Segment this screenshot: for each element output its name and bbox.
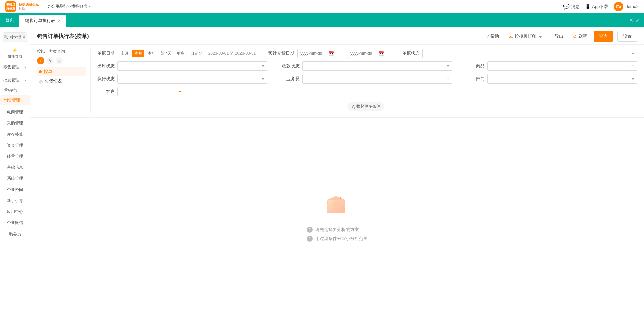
date-separator: — xyxy=(340,51,344,56)
search-menu-button[interactable]: 🔍 帮助 搜索菜单 xyxy=(3,32,27,42)
sidebar-item-shortcut[interactable]: ⚡ 快捷导航 xyxy=(0,45,30,62)
sidebar-item-ecommerce[interactable]: 电商管理 xyxy=(0,107,30,118)
query-label: 查询 xyxy=(599,33,608,39)
filter-field-order-status: 单据状态 xyxy=(399,49,637,58)
sidebar-item-operations[interactable]: 经营管理 xyxy=(0,151,30,162)
tab-home-label: 首页 xyxy=(5,17,14,23)
hint-num-2: 2 xyxy=(307,236,313,242)
sidebar-sub-marketing[interactable]: 营销推广 xyxy=(0,86,30,95)
date-tab-last7days[interactable]: 近7天 xyxy=(159,50,173,57)
help-button[interactable]: ? 帮助 xyxy=(484,32,502,41)
exec-dropdown-icon xyxy=(262,78,264,80)
template-print-button[interactable]: 🖨 按模板打印 xyxy=(506,32,544,41)
expected-date-end-input[interactable] xyxy=(350,51,377,56)
page-actions: ? 帮助 🖨 按模板打印 ↑ 导出 ↺ 刷新 查询 xyxy=(484,31,637,42)
sidebar-item-wechat[interactable]: 企业微信 xyxy=(0,217,30,228)
filter-field-date: 单据日期 上月 本月 本年 近7天 更多 自定义 2023-03-01 至 20… xyxy=(95,50,256,57)
delivery-dropdown-icon xyxy=(262,65,264,67)
filter-row-4: 客户 ··· xyxy=(95,87,637,96)
filter-row-2: 出库状态 收款状态 商品 xyxy=(95,61,637,71)
order-status-select[interactable] xyxy=(422,49,637,58)
goods-select[interactable]: ··· xyxy=(487,61,637,71)
date-tab-lastmonth[interactable]: 上月 xyxy=(119,50,131,57)
refresh-icon: ↺ xyxy=(573,34,577,39)
app-title: 畅捷送好生意 xyxy=(19,3,39,7)
sidebar-item-system[interactable]: 系统管理 xyxy=(0,173,30,184)
filter-field-exec-status: 执行状态 xyxy=(95,74,267,84)
calendar-start-icon[interactable]: 📅 xyxy=(329,51,334,56)
goods-ellipsis[interactable]: ··· xyxy=(630,63,634,69)
maximize-window-icon[interactable]: ⤢ xyxy=(635,18,640,22)
salesperson-select[interactable]: ··· xyxy=(302,74,452,84)
settings-label: 设置 xyxy=(623,33,632,39)
sidebar-item-wholesale[interactable]: 批发管理 ▴ xyxy=(0,74,30,86)
expected-date-start[interactable]: 📅 xyxy=(297,49,337,58)
sidebar-item-purchase[interactable]: 采购管理 xyxy=(0,118,30,129)
expected-date-start-input[interactable] xyxy=(300,51,327,56)
delivery-status-select[interactable] xyxy=(117,61,267,71)
collapse-button[interactable]: ⋀ 收起更多条件 xyxy=(347,102,384,111)
tab-close-icon[interactable]: × xyxy=(58,18,61,23)
app-download-button[interactable]: 📱 App下载 xyxy=(585,4,608,10)
customer-ellipsis[interactable]: ··· xyxy=(177,89,181,94)
filter-row-3: 执行状态 业务员 ··· 部门 xyxy=(95,74,637,84)
sidebar-item-finance[interactable]: 资金管理 xyxy=(0,140,30,151)
sidebar-item-appcenter[interactable]: 应用中心 xyxy=(0,206,30,217)
edit-scheme-button[interactable]: ✎ xyxy=(46,57,54,64)
chevron-up-icon-wholesale: ▴ xyxy=(25,78,26,82)
window-controls: ✕ ⤢ xyxy=(625,18,644,22)
sidebar-item-retail[interactable]: 零售管理 ▾ xyxy=(0,62,30,73)
add-scheme-button[interactable]: + xyxy=(37,57,44,64)
filter-scheme-title: 按以下方案查询 xyxy=(37,49,86,54)
tab-home[interactable]: 首页 xyxy=(0,13,19,27)
payment-status-select[interactable] xyxy=(302,61,452,71)
settings-button[interactable]: 设置 xyxy=(617,31,637,42)
calendar-end-icon[interactable]: 📅 xyxy=(379,51,384,56)
page-title: 销售订单执行表(按单) xyxy=(37,33,89,40)
filter-scheme-sidebar: 按以下方案查询 + ✎ « 按单 xyxy=(37,49,91,113)
scheme-item-按单[interactable]: 按单 xyxy=(37,67,86,76)
delivery-status-label: 出库状态 xyxy=(95,63,115,69)
refresh-button[interactable]: ↺ 刷新 xyxy=(570,32,590,41)
exec-status-select[interactable] xyxy=(117,74,267,84)
customer-select[interactable]: ··· xyxy=(117,87,184,96)
sidebar-item-member[interactable]: 畅会员 xyxy=(0,228,30,240)
sidebar-item-inventory[interactable]: 库存核算 xyxy=(0,129,30,140)
close-window-icon[interactable]: ✕ xyxy=(629,18,633,22)
filter-scheme-actions: + ✎ « xyxy=(37,57,86,64)
hint-text-2: 用过滤条件来缩小分析范围 xyxy=(315,236,368,242)
sidebar-item-newbie[interactable]: 新手引导 xyxy=(0,195,30,206)
sidebar-item-basic[interactable]: 基础信息 xyxy=(0,162,30,173)
salesperson-ellipsis[interactable]: ··· xyxy=(445,76,449,82)
salesperson-label: 业务员 xyxy=(279,76,300,82)
tab-sales-order[interactable]: 销售订单执行表 × xyxy=(19,15,66,27)
expected-date-end[interactable]: 📅 xyxy=(347,49,387,58)
dept-select[interactable] xyxy=(487,74,637,84)
collapse-label: 收起更多条件 xyxy=(356,104,380,109)
date-tab-thisyear[interactable]: 本年 xyxy=(146,50,158,57)
scheme-label-欠货情况: 欠货情况 xyxy=(45,78,62,84)
date-tab-custom[interactable]: 自定义 xyxy=(188,50,204,57)
query-button[interactable]: 查询 xyxy=(594,31,613,42)
company-breadcrumb[interactable]: 办公用品行业模拟账套 ▾ xyxy=(47,4,91,9)
content-area: 销售订单执行表(按单) ? 帮助 🖨 按模板打印 ↑ 导出 ↺ 刷新 xyxy=(30,27,644,310)
filter-field-salesperson: 业务员 ··· xyxy=(279,74,452,84)
export-label: 导出 xyxy=(555,33,564,39)
message-label: 消息 xyxy=(571,4,580,10)
scheme-label-按单: 按单 xyxy=(44,69,52,75)
svg-point-8 xyxy=(337,203,338,204)
sidebar-sub-sales[interactable]: 销售管理 xyxy=(0,95,30,105)
sidebar-item-cooperation[interactable]: 企业协同 xyxy=(0,184,30,195)
filter-scheme-title-text: 按以下方案查询 xyxy=(37,49,65,54)
scheme-item-欠货情况[interactable]: ◎ 欠货情况 xyxy=(37,76,86,86)
app-subtitle: 标版 xyxy=(19,7,39,11)
date-tab-more[interactable]: 更多 xyxy=(175,50,187,57)
user-profile[interactable]: Ea demo2 xyxy=(614,2,639,11)
print-dropdown-icon xyxy=(538,34,542,39)
message-button[interactable]: 💬 消息 xyxy=(563,3,580,10)
shortcut-icon: ⚡ xyxy=(12,48,18,53)
export-button[interactable]: ↑ 导出 xyxy=(548,32,566,41)
date-tab-thismonth[interactable]: 本月 xyxy=(132,50,144,57)
svg-text:✦: ✦ xyxy=(339,196,342,200)
collapse-scheme-button[interactable]: « xyxy=(56,57,63,64)
